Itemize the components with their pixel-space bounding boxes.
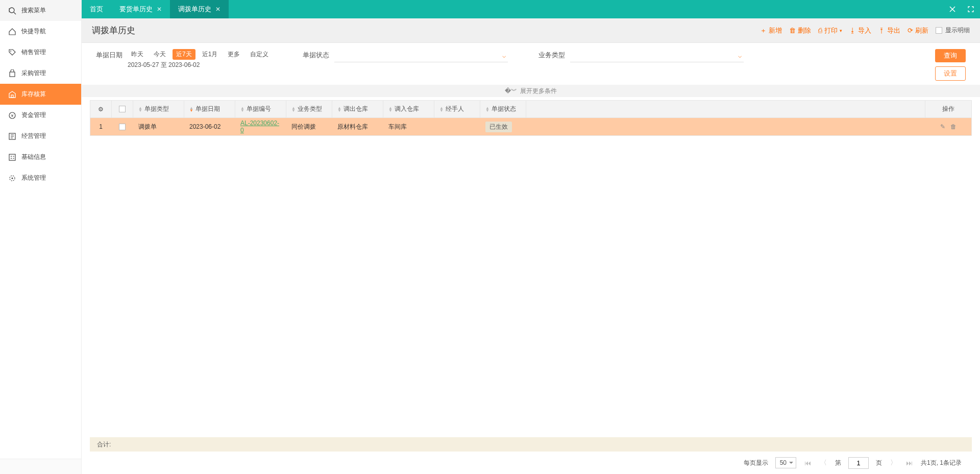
date-chip-more[interactable]: 更多 — [224, 49, 243, 60]
first-page-button[interactable]: ⏮ — [803, 459, 812, 467]
edit-icon[interactable]: ✎ — [940, 123, 945, 130]
next-page-button[interactable]: 〉 — [889, 458, 898, 467]
gear-icon: ⚙ — [98, 106, 104, 113]
header-in[interactable]: ▲▼调入仓库 — [383, 101, 434, 117]
date-chip-1m[interactable]: 近1月 — [199, 49, 222, 60]
header-label: 操作 — [942, 105, 954, 113]
tab-requisition-history[interactable]: 要货单历史 ✕ — [111, 0, 170, 18]
close-icon[interactable]: ✕ — [157, 6, 162, 13]
import-icon: ⭳ — [849, 27, 856, 34]
trash-icon: 🗑 — [789, 27, 796, 34]
sort-icon: ▲▼ — [439, 107, 444, 112]
doc-link[interactable]: AL-20230602-0 — [240, 120, 281, 134]
export-icon: ⭱ — [878, 27, 885, 34]
pager: 每页显示 50 ⏮ 〈 第 页 〉 ⏭ 共1页, 1条记录 — [90, 452, 972, 474]
date-chip-yesterday[interactable]: 昨天 — [128, 49, 147, 60]
sidebar-item-search[interactable]: 搜索菜单 — [0, 0, 81, 21]
table-row[interactable]: 1 调拨单 2023-06-02 AL-20230602-0 同价调拨 原材料仓… — [90, 118, 971, 135]
add-button[interactable]: ＋ 新增 — [760, 26, 782, 35]
fullscreen-button[interactable] — [962, 0, 980, 18]
filter-status: 单据状态 ⌵ — [303, 49, 508, 62]
sidebar-item-label: 基础信息 — [21, 153, 46, 161]
btn-label: 删除 — [798, 26, 811, 35]
filter-date: 单据日期 昨天 今天 近7天 近1月 更多 自定义 2023-05-27 至 2… — [96, 49, 272, 69]
sort-icon: ▲▼ — [337, 107, 341, 112]
row-index: 1 — [90, 119, 112, 134]
filter-label: 单据日期 — [96, 49, 122, 60]
tab-transfer-history[interactable]: 调拨单历史 ✕ — [170, 0, 229, 18]
inventory-icon — [8, 90, 16, 99]
sidebar-item-fund[interactable]: ¥ 资金管理 — [0, 105, 81, 126]
page-input[interactable] — [848, 457, 869, 469]
btn-label: 打印 — [824, 26, 838, 35]
trash-icon[interactable]: 🗑 — [950, 123, 957, 130]
header-settings[interactable]: ⚙ — [90, 101, 112, 117]
refresh-button[interactable]: ⟳ 刷新 — [908, 26, 928, 35]
page-header: 调拨单历史 ＋ 新增 🗑 删除 ⎙ 打印 ▾ ⭳ 导入 ⭱ 导出 — [82, 18, 980, 43]
sidebar-item-label: 采购管理 — [21, 69, 46, 78]
totals-label: 合计: — [97, 440, 111, 449]
status-badge: 已生效 — [485, 122, 512, 132]
sort-icon: ▲▼ — [388, 107, 393, 112]
print-button[interactable]: ⎙ 打印 ▾ — [818, 26, 842, 35]
sidebar-item-nav[interactable]: 快捷导航 — [0, 21, 81, 42]
cell-status: 已生效 — [480, 117, 526, 136]
date-chip-custom[interactable]: 自定义 — [247, 49, 272, 60]
sidebar-item-business[interactable]: 经营管理 — [0, 126, 81, 147]
svg-point-15 — [11, 156, 12, 157]
purchase-icon — [8, 69, 16, 78]
close-all-button[interactable] — [943, 0, 962, 18]
expand-filters-button[interactable]: �︾ 展开更多条件 — [82, 85, 980, 97]
sidebar-item-sales[interactable]: 销售管理 — [0, 42, 81, 63]
date-chip-today[interactable]: 今天 — [150, 49, 169, 60]
per-page-select[interactable]: 50 — [775, 457, 796, 468]
cell-person — [434, 123, 480, 131]
header-code[interactable]: ▲▼单据编号 — [235, 101, 286, 117]
import-button[interactable]: ⭳ 导入 — [849, 26, 871, 35]
tab-label: 调拨单历史 — [178, 5, 211, 14]
sidebar-item-label: 经营管理 — [21, 132, 46, 140]
checkbox-label: 显示明细 — [945, 26, 970, 35]
sidebar-item-purchase[interactable]: 采购管理 — [0, 63, 81, 84]
sidebar-item-inventory[interactable]: 库存核算 — [0, 84, 81, 105]
biz-select[interactable]: ⌵ — [570, 49, 744, 62]
header-label: 调出仓库 — [344, 105, 368, 113]
base-icon — [8, 153, 16, 161]
sidebar-item-label: 系统管理 — [21, 174, 46, 182]
tab-label: 首页 — [90, 5, 103, 14]
svg-point-17 — [11, 158, 12, 159]
header-checkbox[interactable] — [112, 101, 133, 117]
status-select[interactable]: ⌵ — [334, 49, 508, 62]
tab-home[interactable]: 首页 — [82, 0, 111, 18]
date-chip-7d[interactable]: 近7天 — [173, 49, 195, 60]
svg-point-20 — [12, 177, 13, 179]
btn-label: 新增 — [769, 26, 782, 35]
sidebar-item-system[interactable]: 系统管理 — [0, 168, 81, 188]
close-icon[interactable]: ✕ — [215, 6, 220, 13]
btn-label: 导出 — [887, 26, 900, 35]
cell-in: 车间库 — [383, 118, 434, 135]
sidebar-item-label: 资金管理 — [21, 111, 46, 120]
last-page-button[interactable]: ⏭ — [905, 459, 914, 467]
filter-biz: 业务类型 ⌵ — [538, 49, 744, 62]
sidebar-footer — [0, 459, 81, 474]
business-icon — [8, 132, 16, 140]
search-icon — [8, 7, 16, 15]
sidebar-item-label: 库存核算 — [21, 90, 46, 99]
header-out[interactable]: ▲▼调出仓库 — [332, 101, 383, 117]
row-checkbox[interactable] — [112, 120, 133, 134]
header-ops: 操作 — [925, 101, 971, 117]
export-button[interactable]: ⭱ 导出 — [878, 26, 900, 35]
delete-button[interactable]: 🗑 删除 — [789, 26, 811, 35]
prev-page-button[interactable]: 〈 — [819, 458, 828, 467]
header-person[interactable]: ▲▼经手人 — [434, 101, 480, 117]
sort-icon: ▲▼ — [291, 107, 296, 112]
header-date[interactable]: ▲▼单据日期 — [184, 101, 235, 117]
settings-button[interactable]: 设置 — [935, 66, 966, 81]
header-biz[interactable]: ▲▼业务类型 — [286, 101, 332, 117]
sidebar-item-base[interactable]: 基础信息 — [0, 147, 81, 168]
header-type[interactable]: ▲▼单据类型 — [133, 101, 184, 117]
show-detail-toggle[interactable]: 显示明细 — [936, 26, 970, 35]
header-status[interactable]: ▲▼单据状态 — [480, 101, 526, 117]
search-button[interactable]: 查询 — [935, 49, 966, 62]
